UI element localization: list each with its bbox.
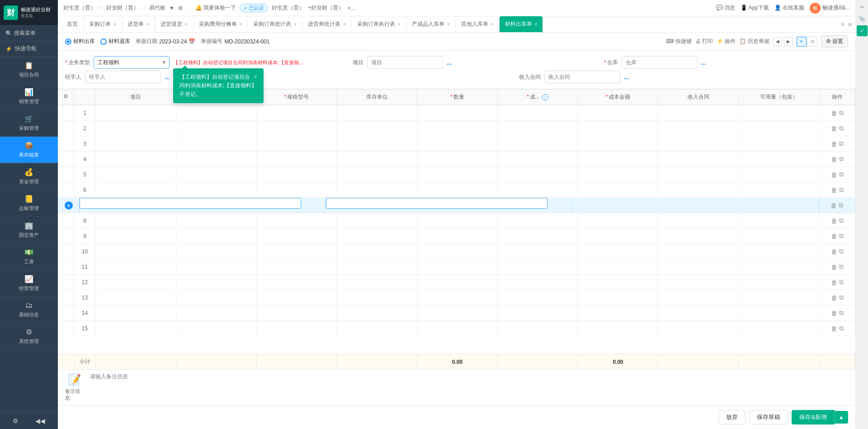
td-unit[interactable] — [337, 136, 417, 151]
message-btn[interactable]: 💬 消息 — [716, 4, 735, 12]
td-available[interactable] — [739, 244, 819, 259]
td-project[interactable] — [96, 182, 176, 197]
td-available[interactable] — [739, 275, 819, 290]
td-income[interactable] — [658, 136, 739, 151]
tab-close[interactable]: × — [398, 22, 401, 27]
add-row-input-2[interactable] — [326, 198, 547, 209]
delete-row-btn[interactable]: 🗑 — [831, 110, 837, 117]
td-cost[interactable] — [498, 121, 578, 136]
project-input[interactable] — [367, 56, 443, 69]
td-spec[interactable] — [257, 229, 337, 243]
td-material[interactable] — [176, 290, 257, 305]
income-contract-dots-btn[interactable]: ... — [624, 73, 629, 81]
td-material[interactable] — [176, 259, 257, 274]
td-cost[interactable] — [498, 136, 578, 151]
td-material[interactable] — [176, 275, 257, 290]
cost-info-icon[interactable]: i — [542, 94, 548, 100]
delete-row-btn[interactable]: 🗑 — [831, 217, 837, 224]
project-dots-btn[interactable]: ... — [447, 59, 452, 66]
shortcuts-btn[interactable]: ⌨ 快捷键 — [666, 38, 691, 45]
td-cost-amt[interactable] — [578, 152, 659, 167]
sidebar-item-fixed-assets[interactable]: 🏢 固定资产 — [0, 217, 58, 243]
td-cost-amt[interactable] — [578, 275, 659, 290]
topbar-experience[interactable]: 🔔 我要体验一下 — [195, 4, 236, 12]
discard-button[interactable]: 放弃 — [718, 410, 745, 424]
td-income[interactable] — [658, 259, 739, 274]
copy-row-btn[interactable]: ⧉ — [839, 124, 844, 132]
history-btn[interactable]: 📋 历史单据 — [739, 38, 769, 45]
td-material[interactable] — [176, 136, 257, 151]
td-project[interactable] — [96, 259, 176, 274]
calendar-icon[interactable]: 📅 — [189, 38, 195, 45]
td-income[interactable] — [658, 121, 739, 136]
sidebar-item-operations[interactable]: 📈 经营管理 — [0, 270, 58, 297]
td-spec[interactable] — [257, 290, 337, 305]
prev-page-btn[interactable]: ◀ — [773, 37, 782, 46]
td-income[interactable] — [658, 152, 739, 167]
td-available[interactable] — [739, 305, 819, 320]
next-page-btn[interactable]: ▶ — [784, 37, 793, 46]
td-spec[interactable] — [257, 136, 337, 151]
app-download-btn[interactable]: 📱 App下载 — [741, 4, 769, 12]
td-income[interactable] — [658, 305, 739, 320]
td-unit[interactable] — [337, 321, 417, 336]
tab-close[interactable]: × — [491, 22, 494, 27]
copy-row-btn[interactable]: ⧉ — [839, 140, 844, 148]
collapse-btn[interactable]: ◀◀ — [35, 417, 45, 424]
handler-input[interactable] — [85, 71, 161, 83]
right-panel-edit-btn[interactable]: ✏ — [857, 2, 868, 13]
td-income[interactable] — [658, 105, 739, 120]
tab-purchase-receipt[interactable]: 进货单× — [122, 16, 155, 33]
biz-type-input[interactable] — [94, 56, 170, 69]
tab-other-receipt[interactable]: 其他入库单× — [456, 16, 500, 33]
td-material[interactable] — [176, 305, 257, 320]
print-btn[interactable]: 🖨 打印 — [695, 38, 713, 45]
tab-close[interactable]: × — [146, 22, 149, 27]
td-unit[interactable] — [337, 167, 417, 182]
td-available[interactable] — [739, 136, 819, 151]
td-income[interactable] — [658, 167, 739, 182]
td-qty[interactable] — [417, 182, 498, 197]
td-qty[interactable] — [417, 105, 498, 120]
td-project[interactable] — [96, 244, 176, 259]
td-unit[interactable] — [337, 244, 417, 259]
td-cost-amt[interactable] — [578, 321, 659, 336]
td-project[interactable] — [96, 136, 176, 151]
td-cost-amt[interactable] — [578, 167, 659, 182]
td-available[interactable] — [739, 229, 819, 243]
td-project[interactable] — [96, 152, 176, 167]
delete-row-btn[interactable]: 🗑 — [831, 310, 837, 317]
td-qty[interactable] — [417, 152, 498, 167]
tab-close-active[interactable]: × — [535, 22, 538, 27]
td-project[interactable] — [96, 213, 176, 228]
td-project[interactable] — [96, 321, 176, 336]
td-cost[interactable] — [498, 259, 578, 274]
td-income[interactable] — [658, 321, 739, 336]
td-qty[interactable] — [417, 305, 498, 320]
td-spec[interactable] — [257, 213, 337, 228]
td-income[interactable] — [658, 290, 739, 305]
td-income[interactable] — [658, 275, 739, 290]
td-unit[interactable] — [337, 229, 417, 243]
topbar-link-more[interactable]: +... — [347, 5, 355, 11]
td-cost[interactable] — [498, 152, 578, 167]
td-qty[interactable] — [417, 290, 498, 305]
list-view-btn[interactable]: ≡ — [797, 37, 807, 47]
delete-row-btn[interactable]: 🗑 — [831, 263, 837, 271]
tooltip-close-btn[interactable]: × — [254, 73, 257, 81]
sidebar-item-system[interactable]: ⚙ 系统管理 — [0, 323, 58, 350]
td-available[interactable] — [739, 167, 819, 182]
td-spec[interactable] — [257, 321, 337, 336]
notes-input[interactable] — [90, 373, 848, 380]
td-qty[interactable] — [417, 213, 498, 228]
td-cost[interactable] — [498, 105, 578, 120]
td-spec[interactable] — [257, 121, 337, 136]
td-qty[interactable] — [417, 167, 498, 182]
td-available[interactable] — [739, 290, 819, 305]
tab-close[interactable]: × — [294, 22, 297, 27]
user-menu[interactable]: 畅 畅捷通8&... — [810, 3, 850, 14]
settings-btn[interactable]: ⚙ — [13, 417, 19, 424]
td-project[interactable] — [96, 121, 176, 136]
settings-btn[interactable]: ⚙ 设置 — [821, 35, 848, 48]
td-material[interactable] — [176, 213, 257, 228]
